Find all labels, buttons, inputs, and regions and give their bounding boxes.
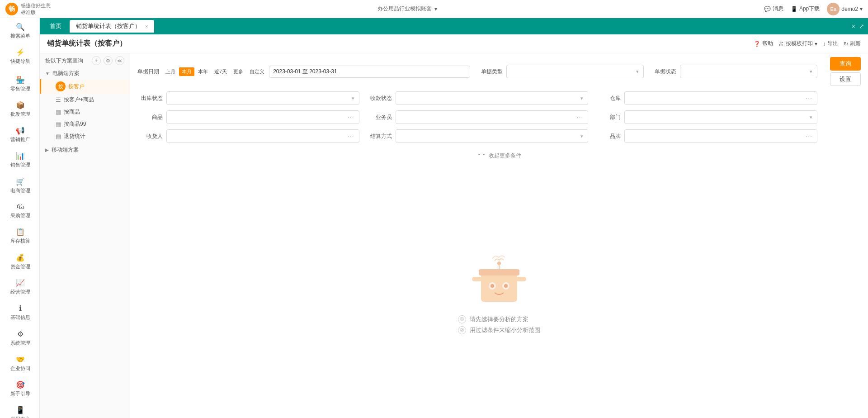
sidebar-item-appcenter[interactable]: 📱 应用中心 bbox=[0, 401, 39, 418]
filter-row-2: 出库状态 ▾ 收款状态 bbox=[137, 91, 861, 105]
export-button[interactable]: ↓ 导出 bbox=[823, 40, 838, 48]
department-select[interactable]: ▾ bbox=[624, 110, 817, 124]
custom-date-button[interactable]: 自定义 bbox=[247, 67, 267, 76]
print-button[interactable]: 🖨 按模板打印 ▾ bbox=[778, 40, 817, 48]
scheme-item-by-goods99[interactable]: ▦ 按商品99 bbox=[40, 118, 130, 130]
tab-home[interactable]: 首页 bbox=[43, 20, 68, 33]
cur-month-button[interactable]: 本月 bbox=[179, 67, 194, 76]
receipt-status-select[interactable]: ▾ bbox=[396, 91, 589, 105]
out-status-select[interactable]: ▾ bbox=[166, 91, 359, 105]
sidebar-item-marketing[interactable]: 📢 营销推广 bbox=[0, 122, 39, 147]
mobile-group-title[interactable]: ▶ 移动端方案 bbox=[40, 144, 130, 156]
setting-scheme-button[interactable]: ⚙ bbox=[104, 56, 113, 65]
more-date-button[interactable]: 更多 bbox=[231, 67, 246, 76]
last7days-button[interactable]: 近7天 bbox=[212, 67, 230, 76]
svg-rect-1 bbox=[479, 269, 519, 276]
empty-hint-2: ② 用过滤条件来缩小分析范围 bbox=[458, 326, 540, 334]
filter-settlement-item: 结算方式 ▾ bbox=[367, 129, 589, 143]
app-download-button[interactable]: 📱 App下载 bbox=[791, 5, 820, 13]
salesman-select[interactable]: ··· bbox=[396, 110, 589, 124]
desktop-group-title[interactable]: ▼ 电脑端方案 bbox=[40, 68, 130, 79]
help-button[interactable]: ❓ 帮助 bbox=[754, 40, 773, 48]
tab-close-button[interactable]: × bbox=[145, 24, 148, 29]
inventory-icon: 📋 bbox=[16, 228, 25, 236]
settings-button[interactable]: 设置 bbox=[830, 72, 861, 86]
message-icon: 💬 bbox=[764, 6, 771, 12]
industry-selector[interactable]: 办公用品行业模拟账套 ▾ bbox=[377, 5, 437, 13]
scheme-item-by-customer[interactable]: 按 按客户 bbox=[40, 79, 130, 94]
marketing-icon: 📢 bbox=[16, 126, 25, 135]
sidebar-item-retail[interactable]: 🏪 零售管理 bbox=[0, 71, 39, 96]
sidebar-item-guide[interactable]: 🎯 新手引导 bbox=[0, 376, 39, 401]
prev-month-button[interactable]: 上月 bbox=[163, 67, 178, 76]
scheme-item-by-goods[interactable]: ▦ 按商品 bbox=[40, 106, 130, 118]
settlement-select[interactable]: ▾ bbox=[396, 129, 589, 143]
goods-select[interactable]: ··· bbox=[166, 110, 359, 124]
sidebar-item-purchase[interactable]: 🛍 采购管理 bbox=[0, 198, 39, 223]
filter-row-4: 收货人 ··· 结算方式 bbox=[137, 129, 861, 143]
doc-type-select[interactable]: ▾ bbox=[506, 65, 644, 78]
system-icon: ⚙ bbox=[17, 330, 24, 338]
scheme-nav: 按以下方案查询 + ⚙ ≪ ▼ 电脑端方案 bbox=[40, 53, 130, 418]
filter-row-1: 单据日期 上月 本月 本年 近7天 更多 自定义 bbox=[137, 57, 861, 86]
sidebar-item-operations[interactable]: 📈 经营管理 bbox=[0, 274, 39, 299]
filter-date-item: 单据日期 上月 本月 本年 近7天 更多 自定义 bbox=[137, 66, 470, 78]
date-input[interactable]: 2023-03-01 至 2023-03-31 bbox=[269, 66, 470, 78]
scheme-item-by-customer-goods[interactable]: ☰ 按客户+商品 bbox=[40, 94, 130, 106]
warehouse-select[interactable]: ··· bbox=[624, 91, 817, 105]
filter-salesman-item: 业务员 ··· bbox=[367, 110, 589, 124]
filter-doctype-item: 单据类型 ▾ bbox=[477, 65, 644, 78]
guide-icon: 🎯 bbox=[16, 380, 25, 389]
empty-illustration bbox=[470, 247, 528, 306]
chart-icon: ▤ bbox=[56, 133, 61, 140]
desktop-scheme-group: ▼ 电脑端方案 按 按客户 ☰ 按客户+商品 bbox=[40, 68, 130, 142]
sidebar-item-search[interactable]: 🔍 搜索菜单 bbox=[0, 18, 39, 43]
refresh-icon: ↻ bbox=[844, 41, 848, 47]
receiver-select[interactable]: ··· bbox=[166, 129, 359, 143]
collapse-scheme-button[interactable]: ≪ bbox=[115, 56, 124, 65]
message-button[interactable]: 💬 消息 bbox=[764, 5, 783, 13]
collab-icon: 🤝 bbox=[16, 355, 25, 364]
add-scheme-button[interactable]: + bbox=[92, 56, 101, 65]
collapse-up-icon: ⌃⌃ bbox=[477, 153, 486, 159]
scheme-item-returns[interactable]: ▤ 退货统计 bbox=[40, 130, 130, 142]
tab-active[interactable]: 销货单统计表（按客户） × bbox=[70, 20, 154, 33]
dropdown-icon: ▾ bbox=[434, 6, 437, 12]
query-buttons: 查询 设置 bbox=[830, 57, 861, 86]
sidebar-item-basic-info[interactable]: ℹ 基础信息 bbox=[0, 299, 39, 325]
doc-status-select[interactable]: ▾ bbox=[680, 65, 817, 78]
sidebar-item-finance[interactable]: 💰 资金管理 bbox=[0, 249, 39, 274]
collapse-button[interactable]: ⌃⌃ 收起更多条件 bbox=[477, 152, 521, 160]
sidebar-item-ecommerce[interactable]: 🛒 电商管理 bbox=[0, 173, 39, 198]
query-button[interactable]: 查询 bbox=[830, 57, 861, 71]
sidebar: 🔍 搜索菜单 ⚡ 快捷导航 🏪 零售管理 📦 批发管理 📢 营销推广 📊 销售管… bbox=[0, 18, 40, 418]
scheme-header: 按以下方案查询 + ⚙ ≪ bbox=[40, 53, 130, 68]
sidebar-item-sales[interactable]: 📊 销售管理 bbox=[0, 147, 39, 172]
svg-point-7 bbox=[497, 261, 501, 265]
user-menu[interactable]: Ea demo2 ▾ bbox=[827, 3, 863, 15]
sidebar-item-quicknav[interactable]: ⚡ 快捷导航 bbox=[0, 43, 39, 69]
tab-minimize-button[interactable]: × bbox=[852, 23, 855, 30]
body-with-nav: 按以下方案查询 + ⚙ ≪ ▼ 电脑端方案 bbox=[40, 53, 868, 418]
sidebar-item-wholesale[interactable]: 📦 批发管理 bbox=[0, 96, 39, 122]
tab-maximize-button[interactable]: ⤢ bbox=[859, 23, 864, 30]
sidebar-item-collab[interactable]: 🤝 企业协同 bbox=[0, 351, 39, 376]
sidebar-item-inventory[interactable]: 📋 库存核算 bbox=[0, 223, 39, 248]
sidebar-item-system[interactable]: ⚙ 系统管理 bbox=[0, 325, 39, 351]
brand-select[interactable]: ··· bbox=[624, 129, 817, 143]
docstatus-chevron-icon: ▾ bbox=[810, 69, 812, 75]
cur-year-button[interactable]: 本年 bbox=[195, 67, 211, 76]
hint-num-2: ② bbox=[458, 326, 466, 334]
logo-area: 畅 畅捷信好生意 标准版 bbox=[5, 2, 51, 15]
filter-warehouse-item: 仓库 ··· bbox=[595, 91, 817, 105]
tab-bar: 首页 销货单统计表（按客户） × × ⤢ bbox=[40, 18, 868, 34]
appcenter-icon: 📱 bbox=[16, 406, 25, 414]
svg-rect-9 bbox=[516, 277, 526, 281]
refresh-button[interactable]: ↻ 刷新 bbox=[844, 40, 861, 48]
filter-department-item: 部门 ▾ bbox=[595, 110, 817, 124]
filter-receiver-item: 收货人 ··· bbox=[137, 129, 359, 143]
empty-content-area: ① 请先选择要分析的方案 ② 用过滤条件来缩小分析范围 bbox=[130, 163, 868, 418]
scheme-header-actions: + ⚙ ≪ bbox=[92, 56, 124, 65]
main-layout: 🔍 搜索菜单 ⚡ 快捷导航 🏪 零售管理 📦 批发管理 📢 营销推广 📊 销售管… bbox=[0, 18, 868, 418]
salesman-dots-icon: ··· bbox=[577, 114, 584, 121]
